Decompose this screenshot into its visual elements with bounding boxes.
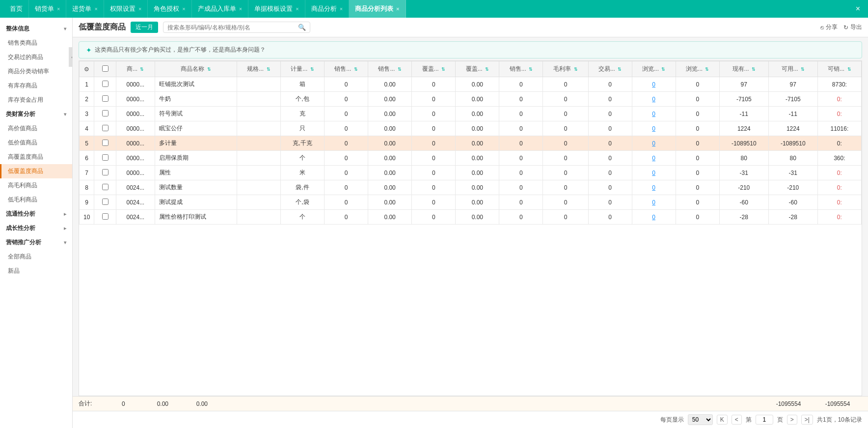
sidebar-section-liquidity[interactable]: 流通性分析 ▸ [0, 207, 72, 221]
share-button[interactable]: ⎋ 分享 [820, 23, 838, 31]
sidebar-item-category-rate[interactable]: 商品分类动销率 [0, 64, 72, 79]
sidebar-item-traded-goods[interactable]: 交易过的商品 [0, 50, 72, 64]
row-browse1[interactable]: 0 [632, 180, 676, 195]
nav-item-stock-in[interactable]: 产成品入库单 × [192, 0, 248, 18]
select-all-checkbox[interactable] [102, 65, 108, 72]
sidebar-section-marketing[interactable]: 营销推广分析 ▾ [0, 235, 72, 250]
row-checkbox[interactable] [94, 151, 116, 166]
row-browse1[interactable]: 0 [632, 151, 676, 166]
data-table-container[interactable]: ⚙ 商... ⇅ 商品名称 ⇅ 规格... ⇅ 计量... ⇅ 销售... ⇅ … [79, 60, 862, 396]
sidebar-item-low-margin[interactable]: 低毛利商品 [0, 193, 72, 207]
saleable-column-header[interactable]: 可销... ⇅ [817, 61, 861, 77]
row-select-checkbox[interactable] [102, 169, 108, 175]
search-input[interactable] [167, 24, 298, 31]
export-button[interactable]: ↻ 导出 [843, 23, 862, 31]
sidebar-section-overall[interactable]: 整体信息 ▾ [0, 22, 72, 36]
sidebar-item-capital-occupy[interactable]: 库存资金占用 [0, 93, 72, 107]
cover2-column-header[interactable]: 覆盖... ⇅ [456, 61, 499, 77]
row-select-checkbox[interactable] [102, 95, 108, 102]
row-browse1[interactable]: 0 [632, 77, 676, 92]
trade-column-header[interactable]: 交易... ⇅ [588, 61, 632, 77]
browse2-column-header[interactable]: 浏览... ⇅ [676, 61, 719, 77]
sidebar-item-low-value[interactable]: 低价值商品 [0, 136, 72, 150]
sidebar-collapse-button[interactable]: « [69, 47, 73, 67]
close-icon[interactable]: × [296, 6, 298, 12]
next-page-button[interactable]: > [787, 415, 797, 425]
sidebar-item-high-coverage[interactable]: 高覆盖度商品 [0, 150, 72, 164]
row-browse1[interactable]: 0 [632, 92, 676, 107]
row-checkbox[interactable] [94, 107, 116, 121]
row-browse1[interactable]: 0 [632, 121, 676, 136]
row-select-checkbox[interactable] [102, 110, 108, 116]
row-checkbox[interactable] [94, 180, 116, 195]
close-icon[interactable]: × [138, 6, 141, 12]
browse1-column-header[interactable]: 浏览... ⇅ [632, 61, 676, 77]
nav-item-template[interactable]: 单据模板设置 × [248, 0, 305, 18]
sales3-column-header[interactable]: 销售... ⇅ [499, 61, 543, 77]
name-column-header[interactable]: 商品名称 ⇅ [155, 61, 237, 77]
cover1-column-header[interactable]: 覆盖... ⇅ [412, 61, 456, 77]
code-column-header[interactable]: 商... ⇅ [116, 61, 155, 77]
current-page-input[interactable] [756, 415, 773, 425]
page-size-select[interactable]: 50 100 200 [688, 414, 713, 425]
row-browse1[interactable]: 0 [632, 195, 676, 210]
row-code: 0000... [116, 121, 155, 136]
sidebar-section-wealth[interactable]: 类财富分析 ▾ [0, 107, 72, 121]
first-page-button[interactable]: K [717, 415, 728, 425]
close-icon[interactable]: × [239, 6, 242, 12]
close-icon[interactable]: × [182, 6, 185, 12]
row-checkbox[interactable] [94, 136, 116, 151]
sidebar-item-all-goods[interactable]: 全部商品 [0, 250, 72, 264]
spec-column-header[interactable]: 规格... ⇅ [237, 61, 280, 77]
current-qty-column-header[interactable]: 现有... ⇅ [719, 61, 768, 77]
available-qty-column-header[interactable]: 可用... ⇅ [768, 61, 817, 77]
row-select-checkbox[interactable] [102, 140, 108, 146]
row-select-checkbox[interactable] [102, 154, 108, 161]
last-page-button[interactable]: >| [801, 415, 813, 425]
nav-item-purchase[interactable]: 进货单 × [66, 0, 104, 18]
row-browse1[interactable]: 0 [632, 136, 676, 151]
row-checkbox[interactable] [94, 92, 116, 107]
nav-item-role[interactable]: 角色授权 × [148, 0, 191, 18]
gross-margin-column-header[interactable]: 毛利率 ⇅ [543, 61, 588, 77]
sidebar-item-high-margin[interactable]: 高毛利商品 [0, 178, 72, 193]
row-checkbox[interactable] [94, 166, 116, 180]
prev-page-button[interactable]: < [732, 415, 742, 425]
row-browse1[interactable]: 0 [632, 210, 676, 225]
row-select-checkbox[interactable] [102, 184, 108, 190]
table-row: 8 0024... 测试数量 袋,件 0 0.00 0 0.00 0 0 0 0… [80, 180, 862, 195]
settings-column-header[interactable]: ⚙ [80, 61, 94, 77]
date-filter-button[interactable]: 近一月 [131, 22, 158, 33]
search-icon[interactable]: 🔍 [298, 24, 306, 31]
row-browse1[interactable]: 0 [632, 166, 676, 180]
nav-item-product-analysis[interactable]: 商品分析 × [305, 0, 349, 18]
row-checkbox[interactable] [94, 195, 116, 210]
nav-item-product-analysis-list[interactable]: 商品分析列表 × [349, 0, 406, 18]
sidebar-item-high-value[interactable]: 高价值商品 [0, 121, 72, 136]
row-checkbox[interactable] [94, 210, 116, 225]
sidebar-section-growth[interactable]: 成长性分析 ▸ [0, 221, 72, 235]
row-select-checkbox[interactable] [102, 213, 108, 220]
sales-amt-column-header[interactable]: 销售... ⇅ [368, 61, 412, 77]
close-icon[interactable]: × [94, 6, 97, 12]
row-select-checkbox[interactable] [102, 125, 108, 131]
window-close-button[interactable]: × [852, 4, 864, 13]
checkbox-column-header[interactable] [94, 61, 116, 77]
close-icon[interactable]: × [340, 6, 343, 12]
row-select-checkbox[interactable] [102, 199, 108, 205]
nav-item-permission[interactable]: 权限设置 × [104, 0, 148, 18]
nav-item-home[interactable]: 首页 [4, 0, 29, 18]
row-checkbox[interactable] [94, 121, 116, 136]
sidebar-item-low-coverage[interactable]: 低覆盖度商品 [0, 164, 72, 178]
row-checkbox[interactable] [94, 77, 116, 92]
close-icon[interactable]: × [57, 6, 60, 12]
unit-column-header[interactable]: 计量... ⇅ [280, 61, 324, 77]
sales-qty-column-header[interactable]: 销售... ⇅ [324, 61, 368, 77]
row-browse1[interactable]: 0 [632, 107, 676, 121]
sidebar-item-stocked-goods[interactable]: 有库存商品 [0, 79, 72, 93]
row-select-checkbox[interactable] [102, 81, 108, 87]
nav-item-sales[interactable]: 销货单 × [29, 0, 66, 18]
close-icon[interactable]: × [396, 6, 399, 12]
sidebar-item-sales-goods[interactable]: 销售类商品 [0, 36, 72, 50]
sidebar-item-new-goods[interactable]: 新品 [0, 264, 72, 278]
